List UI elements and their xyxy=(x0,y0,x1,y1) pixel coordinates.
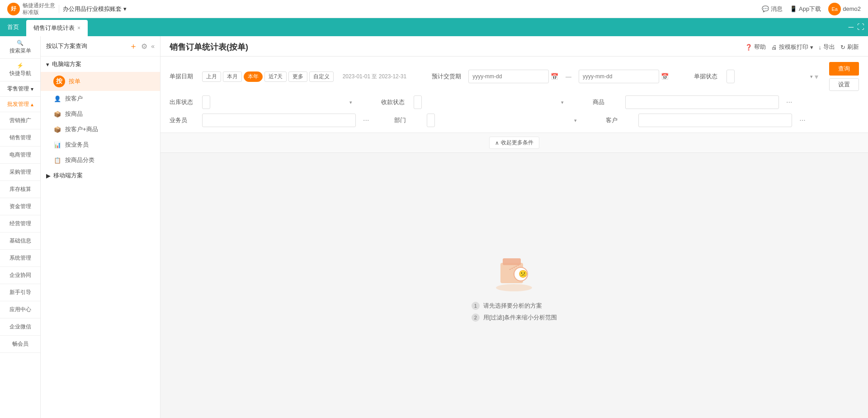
sidebar-item-ecommerce[interactable]: 电商管理 xyxy=(0,147,40,164)
svg-text:😕: 😕 xyxy=(519,270,528,278)
sidebar-item-purchase[interactable]: 采购管理 xyxy=(0,164,40,181)
goods-more-icon[interactable]: ··· xyxy=(786,98,792,106)
salesperson-input[interactable] xyxy=(202,114,356,127)
date-btn-7days[interactable]: 近7天 xyxy=(264,71,287,82)
expected-date-label: 预计交货期 xyxy=(432,72,461,81)
pay-status-select[interactable] xyxy=(414,95,422,109)
sidebar-item-operation[interactable]: 经营管理 xyxy=(0,215,40,233)
add-scheme-icon[interactable]: ＋ xyxy=(129,41,137,52)
logo-area: 好 畅捷通好生意 标准版 xyxy=(7,2,55,15)
goods-label: 商品 xyxy=(593,98,618,106)
pay-status-wrapper xyxy=(414,95,567,109)
sidebar-item-finance[interactable]: 资金管理 xyxy=(0,198,40,215)
export-icon: ↓ xyxy=(819,44,822,51)
date-btn-this-year[interactable]: 本年 xyxy=(244,71,263,82)
settings-scheme-icon[interactable]: ⚙ xyxy=(141,42,147,51)
sidebar-item-wholesale[interactable]: 批发管理 ▴ xyxy=(0,97,40,112)
sidebar-item-sales[interactable]: 销售管理 xyxy=(0,129,40,147)
hint-num-1: 1 xyxy=(472,302,480,310)
tab-bar: 首页 销售订单统计表 × ─ ⛶ xyxy=(0,18,868,36)
date-btn-more[interactable]: 更多 xyxy=(288,71,307,82)
calendar-end-icon[interactable]: 📅 xyxy=(661,73,669,80)
customer-more-icon[interactable]: ··· xyxy=(799,116,805,124)
empty-state: 😕 1 请先选择要分析的方案 2 用[过滤]条件来缩小分析范围 xyxy=(472,249,557,322)
sidebar-item-app-center[interactable]: 应用中心 xyxy=(0,301,40,318)
sidebar-quick-nav[interactable]: ⚡ 快捷导航 xyxy=(0,59,40,81)
department-select[interactable] xyxy=(427,114,435,127)
customer-input[interactable] xyxy=(638,114,792,127)
app-download-btn[interactable]: 📱 App下载 xyxy=(790,5,821,13)
tab-home[interactable]: 首页 xyxy=(0,18,26,36)
out-status-select[interactable] xyxy=(202,95,210,109)
wholesale-arrow-icon: ▴ xyxy=(31,101,33,108)
top-bar: 好 畅捷通好生意 标准版 办公用品行业模拟账套 ▾ 💬 消息 📱 App下载 E… xyxy=(0,0,868,18)
user-menu-btn[interactable]: Ea demo2 xyxy=(828,3,861,15)
collapse-scheme-icon[interactable]: « xyxy=(151,43,155,50)
sidebar-item-newbie[interactable]: 新手引导 xyxy=(0,284,40,301)
sidebar-item-marketing[interactable]: 营销推广 xyxy=(0,112,40,129)
date-btn-last-month[interactable]: 上月 xyxy=(202,71,221,82)
hint-num-2: 2 xyxy=(472,314,480,322)
right-panel: 销售订单统计表(按单) ❓ 帮助 🖨 按模板打印 ▾ ↓ 导出 xyxy=(160,36,868,418)
scheme-panel-title: 按以下方案查询 xyxy=(46,42,87,50)
scheme-group-desktop-title[interactable]: ▾ 电脑端方案 xyxy=(41,57,160,72)
scheme-item-by-salesperson[interactable]: 📊 按业务员 xyxy=(41,137,160,152)
collapse-btn[interactable]: ∧ 收起更多条件 xyxy=(489,137,539,149)
sidebar-item-retail[interactable]: 零售管理 ▾ xyxy=(0,81,40,97)
avatar: Ea xyxy=(828,3,841,15)
refresh-icon: ↻ xyxy=(840,44,845,51)
retail-arrow-icon: ▾ xyxy=(31,86,33,92)
settings-btn[interactable]: 设置 xyxy=(829,78,859,91)
out-status-label: 出库状态 xyxy=(170,98,195,106)
top-bar-left: 好 畅捷通好生意 标准版 办公用品行业模拟账套 ▾ xyxy=(7,2,130,15)
status-select-wrapper xyxy=(726,70,816,83)
print-icon: 🖨 xyxy=(771,44,777,51)
expected-date-start-input[interactable] xyxy=(468,70,549,83)
print-btn[interactable]: 🖨 按模板打印 ▾ xyxy=(771,43,813,51)
tab-maximize-icon[interactable]: ⛶ xyxy=(857,23,864,31)
export-btn[interactable]: ↓ 导出 xyxy=(819,43,835,51)
calendar-start-icon[interactable]: 📅 xyxy=(551,73,558,80)
salesperson-label: 业务员 xyxy=(170,116,195,124)
department-wrapper xyxy=(427,114,580,127)
app-arrow-icon: ▾ xyxy=(123,5,127,12)
sidebar-item-enterprise[interactable]: 企业协同 xyxy=(0,267,40,284)
salesperson-more-icon[interactable]: ··· xyxy=(363,116,369,124)
scheme-item-by-category[interactable]: 📋 按商品分类 xyxy=(41,152,160,168)
sidebar-item-inventory[interactable]: 库存核算 xyxy=(0,181,40,198)
tab-minimize-icon[interactable]: ─ xyxy=(849,23,854,31)
sidebar-item-system[interactable]: 系统管理 xyxy=(0,250,40,267)
refresh-btn[interactable]: ↻ 刷新 xyxy=(840,43,859,51)
mobile-group-arrow-icon: ▶ xyxy=(46,172,51,179)
date-btn-custom[interactable]: 自定义 xyxy=(309,71,334,82)
scheme-active-icon: 按 xyxy=(53,76,65,87)
sidebar-item-basic-info[interactable]: 基础信息 xyxy=(0,233,40,250)
help-icon: ❓ xyxy=(745,44,752,51)
tab-close-icon[interactable]: × xyxy=(77,25,80,31)
sidebar-item-member[interactable]: 畅会员 xyxy=(0,336,40,353)
group-arrow-icon: ▾ xyxy=(46,61,49,68)
goods-input[interactable] xyxy=(625,95,779,109)
app-selector[interactable]: 办公用品行业模拟账套 ▾ xyxy=(59,5,130,13)
scheme-category-icon: 📋 xyxy=(53,156,61,164)
top-bar-right: 💬 消息 📱 App下载 Ea demo2 xyxy=(762,3,861,15)
collapse-icon: ∧ xyxy=(495,140,499,146)
date-separator: — xyxy=(566,73,571,80)
message-btn[interactable]: 💬 消息 xyxy=(762,5,783,13)
status-select[interactable] xyxy=(726,70,735,83)
sidebar-item-wechat[interactable]: 企业微信 xyxy=(0,318,40,336)
scheme-item-by-customer-goods[interactable]: 📦 按客户+商品 xyxy=(41,122,160,137)
search-btn[interactable]: 查询 xyxy=(829,62,859,76)
scheme-customer-goods-icon: 📦 xyxy=(53,125,61,133)
date-btn-this-month[interactable]: 本月 xyxy=(223,71,242,82)
main-layout: 🔍 搜索菜单 ⚡ 快捷导航 零售管理 ▾ 批发管理 ▴ 营销推广 销售管理 电商… xyxy=(0,36,868,418)
scheme-item-by-customer[interactable]: 👤 按客户 xyxy=(41,91,160,106)
scheme-item-by-order[interactable]: 按 按单 xyxy=(41,72,160,91)
tab-sales-order[interactable]: 销售订单统计表 × xyxy=(26,20,88,36)
sidebar-search-btn[interactable]: 🔍 搜索菜单 xyxy=(0,36,40,59)
expected-date-end-input[interactable] xyxy=(579,70,659,83)
filter-row-more: 业务员 ··· 部门 客户 ··· xyxy=(170,114,859,127)
scheme-group-mobile-title[interactable]: ▶ 移动端方案 xyxy=(41,168,160,183)
scheme-item-by-goods[interactable]: 📦 按商品 xyxy=(41,106,160,122)
help-btn[interactable]: ❓ 帮助 xyxy=(745,43,766,51)
